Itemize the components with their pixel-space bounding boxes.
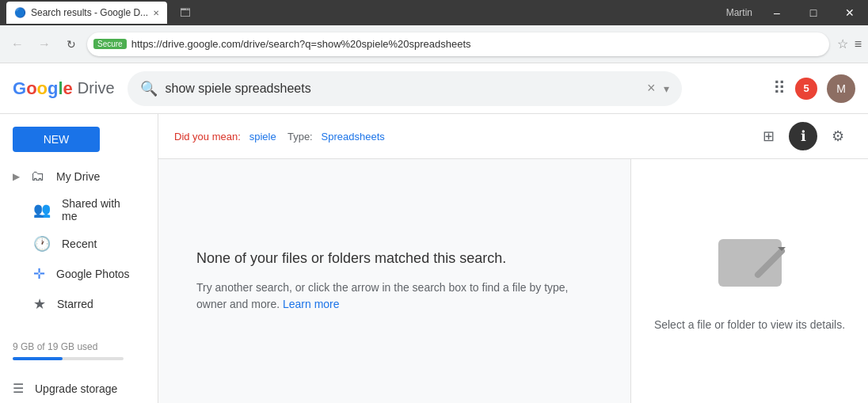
details-illustration	[710, 231, 790, 302]
bookmark-icon[interactable]: ☆	[837, 36, 848, 51]
sidebar-item-my-drive[interactable]: ▶ 🗂 My Drive	[0, 162, 151, 191]
tab-close-button[interactable]: ✕	[153, 9, 159, 17]
details-text: Select a file or folder to view its deta…	[654, 318, 845, 331]
recent-label: Recent	[62, 238, 97, 250]
logo-g: Google	[13, 78, 73, 99]
search-dropdown-icon[interactable]: ▾	[664, 82, 669, 95]
title-bar: 🔵 Search results - Google D... ✕ 🗔 Marti…	[0, 0, 868, 25]
details-panel: Select a file or folder to view its deta…	[630, 159, 868, 403]
type-label: Type:	[287, 131, 313, 143]
drive-header: Google Drive 🔍 show spiele spreadsheets …	[0, 63, 868, 114]
suggestion-word[interactable]: spiele	[249, 131, 276, 143]
content-area: Did you mean: spiele Type: Spreadsheets …	[158, 114, 868, 403]
browser-menu-icon[interactable]: ≡	[855, 37, 862, 51]
my-drive-label: My Drive	[56, 170, 100, 183]
storage-bar	[13, 357, 124, 360]
learn-more-link[interactable]: Learn more	[283, 298, 340, 310]
no-results-desc: Try another search, or click the arrow i…	[196, 279, 592, 313]
suggestion-text: Did you mean: spiele Type: Spreadsheets	[174, 131, 385, 143]
refresh-button[interactable]: ↻	[60, 33, 82, 55]
grid-view-button[interactable]: ⊞	[754, 122, 782, 150]
user-avatar[interactable]: M	[827, 74, 855, 103]
storage-fill	[13, 357, 63, 360]
search-results-area: None of your files or folders matched th…	[158, 159, 868, 403]
spacer3	[315, 131, 318, 143]
user-label: Martin	[726, 7, 752, 18]
expand-icon: ▶	[13, 171, 20, 182]
inactive-tab[interactable]: 🗔	[172, 3, 199, 22]
sidebar-item-shared-with-me[interactable]: 👥 Shared with me	[0, 191, 151, 229]
title-bar-left: 🔵 Search results - Google D... ✕ 🗔	[6, 2, 199, 24]
apps-grid-icon[interactable]: ⠿	[773, 78, 786, 99]
main-content: NEW ▶ 🗂 My Drive 👥 Shared with me 🕐 Rece…	[0, 114, 868, 403]
drive-logo-text: Drive	[78, 79, 115, 97]
search-box[interactable]: 🔍 show spiele spreadsheets × ▾	[128, 71, 682, 106]
upgrade-storage-item[interactable]: ☰ Upgrade storage	[0, 374, 158, 402]
settings-button[interactable]: ⚙	[824, 122, 852, 150]
suggestion-prefix: Did you mean:	[174, 131, 241, 143]
search-query-text[interactable]: show spiele spreadsheets	[166, 82, 639, 96]
starred-label: Starred	[57, 298, 93, 310]
minimize-button[interactable]: –	[759, 0, 795, 25]
search-icon: 🔍	[140, 80, 158, 97]
spacer	[243, 131, 246, 143]
sidebar-storage: 9 GB of 19 GB used	[0, 332, 158, 374]
url-text: https://drive.google.com/drive/search?q=…	[131, 38, 820, 50]
google-logo: Google Drive	[13, 78, 115, 99]
new-button[interactable]: NEW	[13, 127, 100, 152]
active-tab[interactable]: 🔵 Search results - Google D... ✕	[6, 2, 167, 24]
inactive-tab-icon: 🗔	[180, 6, 191, 19]
google-photos-icon: ✛	[33, 265, 45, 283]
toolbar-row: Did you mean: spiele Type: Spreadsheets …	[158, 114, 868, 159]
notification-badge[interactable]: 5	[795, 78, 817, 100]
header-right: ⠿ 5 M	[773, 74, 855, 103]
search-clear-button[interactable]: ×	[647, 80, 656, 97]
sidebar-item-recent[interactable]: 🕐 Recent	[0, 229, 151, 259]
spacer2	[279, 131, 284, 143]
forward-button[interactable]: →	[33, 33, 55, 55]
toolbar-icons: ⊞ ℹ ⚙	[754, 122, 852, 150]
recent-icon: 🕐	[33, 235, 51, 253]
starred-icon: ★	[33, 295, 46, 313]
storage-label: 9 GB of 19 GB used	[13, 341, 97, 352]
upgrade-icon: ☰	[13, 381, 24, 396]
address-bar: ← → ↻ Secure https://drive.google.com/dr…	[0, 25, 868, 63]
results-panel: None of your files or folders matched th…	[158, 159, 630, 403]
sidebar: NEW ▶ 🗂 My Drive 👥 Shared with me 🕐 Rece…	[0, 114, 158, 403]
upgrade-label: Upgrade storage	[35, 382, 117, 395]
google-photos-label: Google Photos	[56, 268, 130, 280]
url-bar[interactable]: Secure https://drive.google.com/drive/se…	[87, 32, 829, 56]
sidebar-item-starred[interactable]: ★ Starred	[0, 289, 151, 319]
secure-badge: Secure	[93, 39, 127, 49]
no-results-title: None of your files or folders matched th…	[196, 250, 592, 267]
my-drive-icon: 🗂	[31, 168, 45, 184]
back-button[interactable]: ←	[6, 33, 29, 55]
info-button[interactable]: ℹ	[789, 122, 817, 150]
maximize-button[interactable]: □	[795, 0, 832, 25]
svg-marker-1	[742, 287, 754, 298]
details-icon	[710, 231, 790, 306]
no-results-desc-text: Try another search, or click the arrow i…	[196, 281, 568, 310]
tab-label: Search results - Google D...	[31, 7, 148, 18]
shared-with-me-label: Shared with me	[62, 197, 139, 222]
close-button[interactable]: ✕	[832, 0, 868, 25]
no-results-message: None of your files or folders matched th…	[196, 250, 592, 313]
sidebar-item-google-photos[interactable]: ✛ Google Photos	[0, 259, 151, 289]
window-controls: Martin – □ ✕	[726, 0, 868, 25]
tab-favicon: 🔵	[14, 7, 26, 18]
type-value[interactable]: Spreadsheets	[322, 131, 385, 143]
shared-with-me-icon: 👥	[33, 201, 51, 219]
